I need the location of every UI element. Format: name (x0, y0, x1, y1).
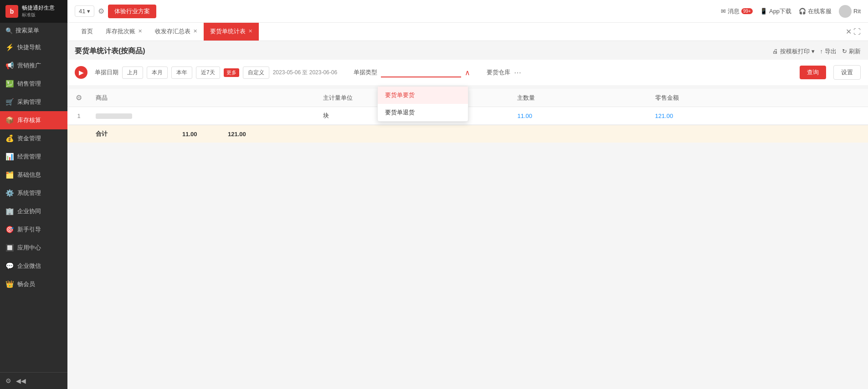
table-settings-icon[interactable]: ⚙ (76, 94, 82, 102)
type-clear-icon[interactable]: ∧ (465, 68, 470, 77)
type-input[interactable] (381, 68, 461, 77)
topbar-settings-icon[interactable]: ⚙ (98, 7, 104, 15)
tab-inventory-batch[interactable]: 库存批次账 ✕ (99, 23, 149, 41)
query-button[interactable]: 查询 (800, 66, 826, 79)
date-this-month-btn[interactable]: 本月 (147, 67, 168, 79)
warehouse-label: 要货仓库 (487, 68, 510, 77)
quick-nav-icon: ⚡ (5, 43, 14, 51)
sidebar-item-quick-nav[interactable]: ⚡ 快捷导航 (0, 38, 67, 56)
sidebar-item-finance[interactable]: 💰 资金管理 (0, 129, 67, 148)
sidebar-item-marketing[interactable]: 📢 营销推广 (0, 56, 67, 75)
service-label: 在线客服 (808, 7, 832, 15)
app-sub: 标准版 (22, 12, 55, 18)
sidebar-item-label: 库存核算 (17, 116, 41, 124)
date-range-text: 2023-05-06 至 2023-06-06 (273, 69, 337, 77)
product-placeholder (96, 113, 132, 119)
tab-home[interactable]: 首页 (75, 23, 99, 41)
refresh-button[interactable]: ↻ 刷新 (842, 47, 861, 56)
filter-area: ▶ 单据日期 上月 本月 本年 近7天 更多 自定义 2023-05-06 至 … (67, 60, 868, 85)
inventory-icon: 📦 (5, 116, 14, 124)
sidebar-item-member[interactable]: 👑 畅会员 (0, 275, 67, 293)
sidebar-bottom: ⚙ ◀◀ (0, 372, 67, 389)
tabbar: 首页 库存批次账 ✕ 收发存汇总表 ✕ 要货单统计表 ✕ ✕ ⛶ (67, 23, 868, 41)
col-product: 商品 (90, 89, 318, 107)
quantity-link[interactable]: 11.00 (517, 113, 532, 119)
date-label: 单据日期 (95, 68, 118, 77)
marketing-icon: 📢 (5, 61, 14, 70)
sidebar-item-wechat[interactable]: 💬 企业微信 (0, 257, 67, 275)
sidebar-item-label: 资金管理 (17, 134, 41, 143)
app-title: 畅捷通好生意 (22, 5, 55, 12)
tab-order-summary[interactable]: 要货单统计表 ✕ (204, 23, 259, 41)
trial-button[interactable]: 体验行业方案 (108, 5, 156, 18)
wechat-icon: 💬 (5, 262, 14, 270)
tabbar-close-all[interactable]: ✕ (846, 27, 852, 36)
message-icon: ✉ (721, 8, 726, 15)
print-dropdown-icon: ▾ (812, 48, 815, 55)
sidebar-item-guide[interactable]: 🎯 新手引导 (0, 220, 67, 239)
online-service-action[interactable]: 🎧 在线客服 (799, 7, 832, 15)
app-download-icon: 📱 (760, 8, 767, 15)
system-icon: ⚙️ (5, 189, 14, 197)
sidebar-item-purchase[interactable]: 🛒 采购管理 (0, 93, 67, 111)
sidebar-collapse-icon[interactable]: ◀◀ (16, 377, 26, 384)
export-button[interactable]: ↑ 导出 (820, 47, 837, 56)
set-button[interactable]: 设置 (833, 65, 861, 80)
sidebar-item-enterprise[interactable]: 🏢 企业协同 (0, 202, 67, 220)
sidebar-item-label: 基础信息 (17, 171, 41, 179)
search-icon: 🔍 (5, 27, 13, 34)
refresh-icon: ↻ (842, 48, 847, 55)
date-more-badge[interactable]: 更多 (224, 68, 239, 77)
app-download-label: App下载 (769, 7, 791, 15)
tab-receive-summary[interactable]: 收发存汇总表 ✕ (149, 23, 204, 41)
messages-label: 消息 (728, 7, 740, 15)
date-this-year-btn[interactable]: 本年 (171, 67, 192, 79)
user-profile[interactable]: Rit (839, 5, 861, 18)
member-icon: 👑 (5, 280, 14, 288)
print-icon: 🖨 (772, 48, 778, 55)
sidebar-item-basic-info[interactable]: 🗂️ 基础信息 (0, 166, 67, 184)
cell-index: 1 (67, 107, 90, 125)
col-amount: 零售金额 (650, 89, 816, 107)
tabbar-expand[interactable]: ⛶ (853, 28, 861, 36)
warehouse-more-icon[interactable]: ⋯ (514, 68, 521, 77)
print-button[interactable]: 🖨 按模板打印 ▾ (772, 47, 815, 56)
tab-order-summary-label: 要货单统计表 (210, 27, 246, 36)
logo-text-group: 畅捷通好生意 标准版 (22, 5, 55, 18)
dropdown-item-label: 要货单退货 (385, 109, 415, 116)
sidebar-item-operations[interactable]: 📊 经营管理 (0, 148, 67, 166)
tab-receive-summary-close[interactable]: ✕ (193, 28, 197, 34)
page-header: 要货单统计表(按商品) 🖨 按模板打印 ▾ ↑ 导出 ↻ 刷新 (67, 41, 868, 60)
tab-order-summary-close[interactable]: ✕ (248, 28, 252, 34)
sales-icon: 💹 (5, 80, 14, 88)
sidebar-settings-icon[interactable]: ⚙ (5, 377, 11, 384)
user-name: Rit (853, 8, 861, 15)
sidebar-item-app-center[interactable]: 🔲 应用中心 (0, 239, 67, 257)
cell-quantity: 11.00 (512, 107, 649, 125)
company-selector[interactable]: 41 ▾ (75, 5, 94, 17)
dropdown-item-order-return[interactable]: 要货单退货 (378, 104, 468, 121)
sidebar-item-inventory[interactable]: 📦 库存核算 (0, 111, 67, 129)
sidebar-item-sales[interactable]: 💹 销售管理 (0, 75, 67, 93)
sidebar-search[interactable]: 🔍 搜索菜单 (0, 23, 67, 38)
tab-inventory-batch-close[interactable]: ✕ (138, 28, 142, 34)
company-name: 41 (79, 8, 85, 15)
type-dropdown: 要货单要货 要货单退货 (377, 86, 468, 122)
type-label: 单据类型 (354, 68, 377, 77)
dropdown-item-order-goods[interactable]: 要货单要货 (378, 87, 468, 104)
tab-receive-summary-label: 收发存汇总表 (155, 27, 190, 36)
date-custom-btn[interactable]: 自定义 (243, 67, 269, 79)
filter-expand-button[interactable]: ▶ (75, 66, 87, 79)
dropdown-item-label: 要货单要货 (385, 92, 415, 98)
messages-action[interactable]: ✉ 消息 99+ (721, 7, 753, 15)
date-last-month-btn[interactable]: 上月 (122, 67, 143, 79)
avatar (839, 5, 852, 18)
col-gear: ⚙ (67, 89, 90, 107)
finance-icon: 💰 (5, 134, 14, 143)
sidebar-item-system[interactable]: ⚙️ 系统管理 (0, 184, 67, 202)
app-download-action[interactable]: 📱 App下载 (760, 7, 791, 15)
sidebar: b 畅捷通好生意 标准版 🔍 搜索菜单 ⚡ 快捷导航 📢 营销推广 💹 销售管理… (0, 0, 67, 389)
date-7days-btn[interactable]: 近7天 (196, 67, 220, 79)
amount-link[interactable]: 121.00 (655, 113, 673, 119)
logo-icon: b (5, 5, 18, 18)
